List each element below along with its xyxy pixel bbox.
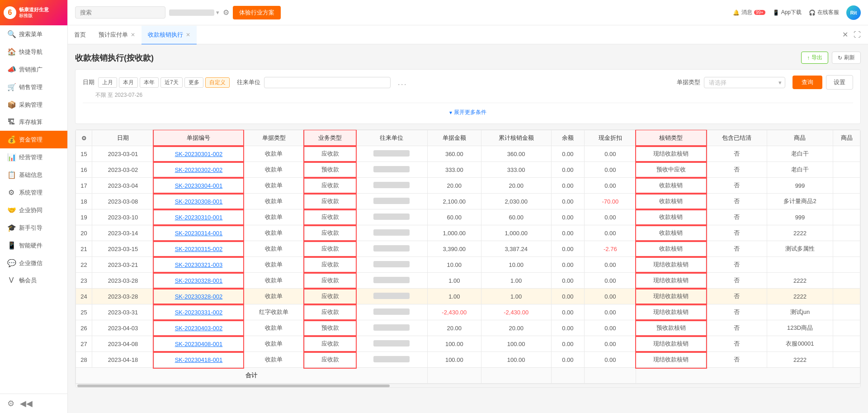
th-voucher-no[interactable]: 单据编号 bbox=[154, 130, 243, 146]
th-product1[interactable]: 商品 bbox=[767, 130, 833, 146]
settings-icon[interactable]: ⚙ bbox=[7, 399, 14, 408]
custom-date-btn[interactable]: 自定义 bbox=[205, 77, 230, 88]
collapse-icon[interactable]: ◀◀ bbox=[20, 399, 33, 408]
sidebar-item-operations[interactable]: 📊经营管理 bbox=[0, 148, 67, 166]
voucher-link[interactable]: SK-20230328-001 bbox=[175, 277, 223, 284]
basic-info-icon: 📋 bbox=[7, 171, 15, 179]
voucher-link[interactable]: SK-20230310-001 bbox=[175, 214, 223, 221]
cell-product2 bbox=[833, 257, 860, 273]
th-product2[interactable]: 商品 bbox=[833, 130, 860, 146]
logo-badge: 标推版 bbox=[19, 13, 49, 19]
voucher-link[interactable]: SK-20230403-002 bbox=[175, 325, 223, 332]
last-month-btn[interactable]: 上月 bbox=[98, 77, 117, 88]
partner-input[interactable] bbox=[264, 77, 391, 88]
this-month-btn[interactable]: 本月 bbox=[119, 77, 138, 88]
th-voucher-type[interactable]: 单据类型 bbox=[243, 130, 304, 146]
app-download-button[interactable]: 📱 App下载 bbox=[773, 9, 802, 16]
cell-biz: 应收款 bbox=[304, 336, 356, 352]
cell-product2 bbox=[833, 304, 860, 320]
scroll-thumb[interactable] bbox=[77, 385, 390, 387]
tab-home[interactable]: 首页 bbox=[68, 26, 92, 45]
cell-discount: 0.00 bbox=[585, 225, 636, 241]
sidebar-item-guide[interactable]: 🎓新手引导 bbox=[0, 219, 67, 237]
more-date-btn[interactable]: 更多 bbox=[184, 77, 203, 88]
sidebar-item-search-menu[interactable]: 🔍搜索菜单 bbox=[0, 25, 67, 43]
table-row: 19 2023-03-10 SK-20230310-001 收款单 应收款 60… bbox=[76, 209, 860, 225]
online-service-button[interactable]: 🎧 在线客服 bbox=[809, 9, 839, 16]
sidebar-item-member[interactable]: V畅会员 bbox=[0, 272, 67, 289]
avatar[interactable]: Rit bbox=[846, 5, 861, 20]
th-biz-type[interactable]: 业务类型 bbox=[304, 130, 356, 146]
expand-conditions-button[interactable]: ▾ 展开更多条件 bbox=[449, 107, 486, 118]
cell-balance: 0.00 bbox=[551, 289, 585, 304]
messages-label: 消息 bbox=[741, 9, 752, 16]
query-button[interactable]: 查询 bbox=[793, 76, 822, 89]
voucher-type-select[interactable]: 请选择 bbox=[704, 77, 785, 88]
cell-verify-amt: 1.00 bbox=[481, 273, 551, 289]
column-settings-icon[interactable]: ⚙ bbox=[81, 135, 87, 142]
export-button[interactable]: ↑ 导出 bbox=[801, 52, 828, 64]
th-discount[interactable]: 现金折扣 bbox=[585, 130, 636, 146]
refresh-button[interactable]: ↻ 刷新 bbox=[832, 52, 861, 64]
voucher-link[interactable]: SK-20230302-002 bbox=[175, 166, 223, 173]
sidebar-item-basic-info[interactable]: 📋基础信息 bbox=[0, 166, 67, 184]
sidebar-item-smart-hw[interactable]: 📱智能硬件 bbox=[0, 237, 67, 254]
settings-button[interactable]: 设置 bbox=[826, 75, 853, 90]
maximize-icon[interactable]: ⛶ bbox=[854, 31, 861, 39]
cell-no: 17 bbox=[76, 178, 92, 194]
cell-no: 23 bbox=[76, 273, 92, 289]
table-scrollbar[interactable] bbox=[75, 384, 860, 387]
workspace-dropdown[interactable]: ▾ bbox=[169, 9, 219, 16]
th-date[interactable]: 日期 bbox=[92, 130, 154, 146]
cell-biz: 应收款 bbox=[304, 178, 356, 194]
th-included[interactable]: 包含已结清 bbox=[706, 130, 767, 146]
th-amount[interactable]: 单据金额 bbox=[427, 130, 481, 146]
voucher-link[interactable]: SK-20230321-003 bbox=[175, 261, 223, 268]
sidebar-item-inventory[interactable]: 🏗库存核算 bbox=[0, 114, 67, 131]
th-balance[interactable]: 余额 bbox=[551, 130, 585, 146]
sidebar-item-corp-wechat[interactable]: 💬企业微信 bbox=[0, 254, 67, 272]
sidebar-item-corp-collab[interactable]: 🤝企业协同 bbox=[0, 201, 67, 219]
cell-discount: 0.00 bbox=[585, 289, 636, 304]
export-icon: ↑ bbox=[807, 55, 810, 61]
voucher-link[interactable]: SK-20230328-002 bbox=[175, 293, 223, 300]
messages-button[interactable]: 🔔 消息 99+ bbox=[733, 9, 765, 16]
last-7days-btn[interactable]: 近7天 bbox=[160, 77, 183, 88]
voucher-link[interactable]: SK-20230308-001 bbox=[175, 198, 223, 205]
sidebar-item-finance[interactable]: 💰资金管理 bbox=[0, 131, 67, 148]
search-input[interactable] bbox=[75, 6, 165, 19]
voucher-link[interactable]: SK-20230314-001 bbox=[175, 230, 223, 237]
tab-close-icon[interactable]: ✕ bbox=[186, 32, 190, 38]
close-tab-icon[interactable]: ✕ bbox=[842, 30, 848, 39]
tab-receipt-verify[interactable]: 收款核销执行✕ bbox=[142, 26, 197, 45]
tab-pre-receipt[interactable]: 预计应付单✕ bbox=[92, 26, 142, 45]
th-verify-amt[interactable]: 累计核销金额 bbox=[481, 130, 551, 146]
sidebar-item-sales[interactable]: 🛒销售管理 bbox=[0, 78, 67, 96]
tabbar-actions[interactable]: ✕ ⛶ bbox=[842, 30, 868, 39]
th-settings[interactable]: ⚙ bbox=[76, 130, 92, 146]
cell-included: 否 bbox=[706, 146, 767, 162]
voucher-link[interactable]: SK-20230304-001 bbox=[175, 182, 223, 189]
th-verify-type[interactable]: 核销类型 bbox=[636, 130, 706, 146]
this-year-btn[interactable]: 本年 bbox=[140, 77, 159, 88]
operations-icon: 📊 bbox=[7, 153, 15, 161]
cell-product1: 测试jun bbox=[767, 304, 833, 320]
industry-solution-button[interactable]: 体验行业方案 bbox=[233, 6, 281, 19]
filter-voucher-type: 单据类型 请选择 ▾ bbox=[677, 77, 785, 88]
cell-biz: 应收款 bbox=[304, 146, 356, 162]
voucher-link[interactable]: SK-20230301-002 bbox=[175, 151, 223, 157]
sidebar-item-marketing[interactable]: 📣营销推广 bbox=[0, 61, 67, 78]
voucher-link[interactable]: SK-20230408-001 bbox=[175, 341, 223, 347]
gear-icon[interactable]: ⚙ bbox=[223, 8, 229, 17]
cell-included: 否 bbox=[706, 273, 767, 289]
tab-close-icon[interactable]: ✕ bbox=[131, 32, 135, 38]
voucher-link[interactable]: SK-20230315-002 bbox=[175, 246, 223, 252]
sidebar-item-quick-nav[interactable]: 🏠快捷导航 bbox=[0, 43, 67, 61]
voucher-link[interactable]: SK-20230418-001 bbox=[175, 356, 223, 363]
table-row: 20 2023-03-14 SK-20230314-001 收款单 应收款 1,… bbox=[76, 225, 860, 241]
sidebar-item-purchase[interactable]: 📦采购管理 bbox=[0, 96, 67, 114]
voucher-link[interactable]: SK-20230331-002 bbox=[175, 309, 223, 316]
cell-amount: 3,390.00 bbox=[427, 241, 481, 257]
sidebar-item-sys-mgmt[interactable]: ⚙系统管理 bbox=[0, 184, 67, 201]
th-partner[interactable]: 往来单位 bbox=[356, 130, 427, 146]
